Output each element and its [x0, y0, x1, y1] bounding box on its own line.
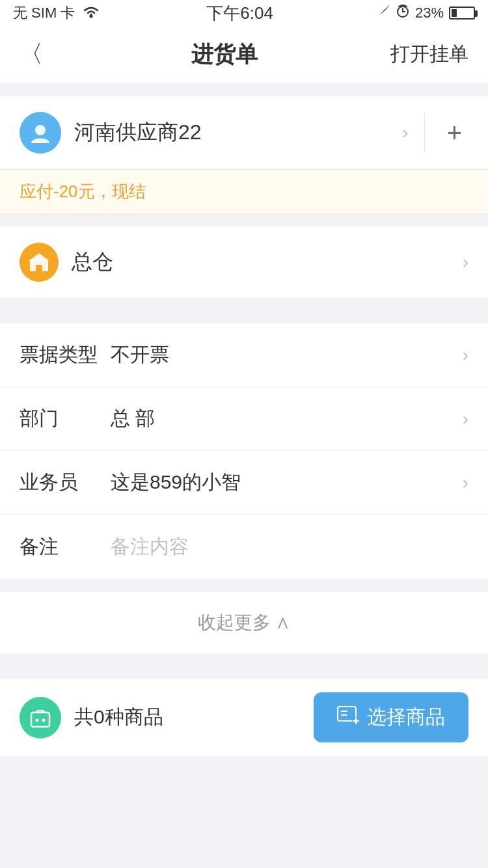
department-label: 部门: [20, 405, 104, 432]
page-title: 进货单: [191, 40, 258, 70]
status-time: 下午6:04: [206, 2, 273, 25]
warehouse-icon: [20, 243, 59, 282]
salesperson-chevron-icon: ›: [463, 472, 468, 493]
svg-marker-1: [379, 4, 390, 16]
invoice-type-label: 票据类型: [20, 342, 104, 368]
bottom-bar: 共0种商品 选择商品: [0, 679, 488, 755]
page-background: [0, 755, 488, 868]
product-icon-wrap: [20, 697, 61, 739]
battery-percent: 23%: [415, 5, 444, 21]
open-pending-button[interactable]: 打开挂单: [390, 41, 468, 68]
warehouse-row[interactable]: 总仓 ›: [0, 227, 488, 297]
salesperson-row[interactable]: 业务员 这是859的小智 ›: [0, 451, 488, 515]
supplier-row[interactable]: 河南供应商22 › +: [0, 96, 488, 169]
department-value: 总 部: [104, 405, 463, 432]
section-gap-1: [0, 83, 488, 96]
collapse-label: 收起更多 ∧: [198, 610, 291, 635]
wifi-icon: [81, 4, 101, 22]
vertical-divider: [424, 113, 425, 152]
select-product-button[interactable]: 选择商品: [314, 692, 468, 742]
svg-point-0: [90, 15, 93, 18]
svg-rect-9: [31, 712, 49, 727]
invoice-type-chevron-icon: ›: [463, 345, 468, 366]
form-section: 票据类型 不开票 › 部门 总 部 › 业务员 这是859的小智 › 备注 备注…: [0, 323, 488, 578]
remark-input[interactable]: 备注内容: [104, 534, 468, 560]
svg-point-5: [35, 125, 46, 135]
svg-rect-8: [36, 265, 42, 271]
back-button[interactable]: 〈: [20, 38, 59, 70]
alarm-icon: [396, 4, 410, 22]
warehouse-name: 总仓: [72, 248, 463, 277]
department-chevron-icon: ›: [463, 409, 468, 429]
section-gap-3: [0, 297, 488, 310]
location-icon: [379, 4, 390, 22]
section-gap-2: [0, 214, 488, 227]
invoice-type-value: 不开票: [104, 342, 463, 368]
supplier-section: 河南供应商22 › + 应付-20元，现结: [0, 96, 488, 214]
svg-point-10: [36, 718, 39, 722]
status-left: 无 SIM 卡: [13, 3, 101, 23]
invoice-type-row[interactable]: 票据类型 不开票 ›: [0, 323, 488, 387]
select-product-label: 选择商品: [367, 704, 445, 731]
status-right: 23%: [379, 4, 475, 22]
salesperson-value: 这是859的小智: [104, 469, 463, 496]
supplier-name: 河南供应商22: [74, 118, 402, 147]
battery-icon: [449, 7, 475, 20]
warehouse-section: 总仓 ›: [0, 227, 488, 297]
select-product-icon: [337, 706, 359, 729]
warehouse-chevron-icon: ›: [463, 252, 468, 273]
svg-marker-7: [29, 253, 49, 261]
collapse-row[interactable]: 收起更多 ∧: [0, 591, 488, 653]
add-supplier-button[interactable]: +: [441, 118, 468, 148]
remark-label: 备注: [20, 534, 104, 560]
nav-bar: 〈 进货单 打开挂单: [0, 26, 488, 83]
product-count: 共0种商品: [74, 704, 314, 731]
svg-point-11: [42, 718, 46, 722]
status-bar: 无 SIM 卡 下午6:04 23%: [0, 0, 488, 26]
supplier-chevron-icon: ›: [402, 122, 408, 143]
department-row[interactable]: 部门 总 部 ›: [0, 387, 488, 451]
section-gap-4: [0, 653, 488, 666]
remark-row[interactable]: 备注 备注内容: [0, 515, 488, 578]
supplier-avatar: [20, 112, 61, 154]
salesperson-label: 业务员: [20, 469, 104, 496]
notice-bar: 应付-20元，现结: [0, 169, 488, 214]
carrier-text: 无 SIM 卡: [13, 3, 75, 23]
